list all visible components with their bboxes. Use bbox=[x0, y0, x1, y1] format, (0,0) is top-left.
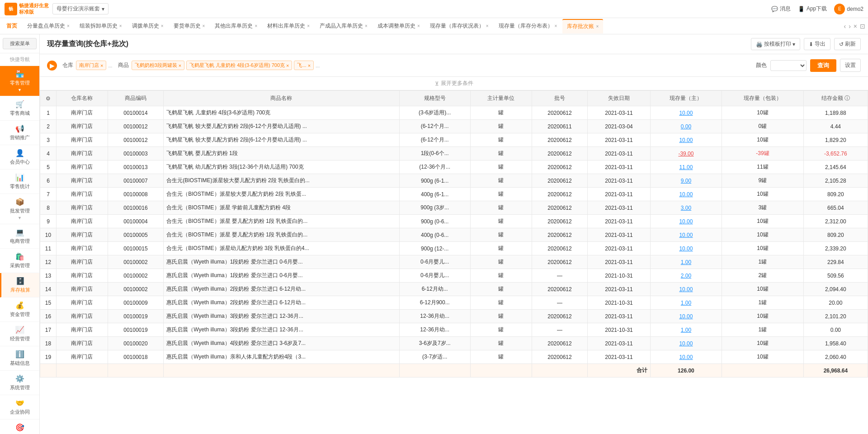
goods-more[interactable]: ... bbox=[316, 63, 320, 68]
tab-zuzhangchaijian[interactable]: 组装拆卸单历史 × bbox=[75, 19, 127, 33]
filter-toggle-button[interactable]: ▶ bbox=[47, 61, 57, 71]
warehouse-tag-close-icon[interactable]: × bbox=[100, 63, 103, 68]
sidebar-item-base-info[interactable]: ℹ️ 基础信息 bbox=[0, 346, 39, 371]
avatar: E bbox=[834, 4, 845, 14]
sidebar-item-enterprise-collab[interactable]: 🤝 企业协同 bbox=[0, 395, 39, 420]
template-print-button[interactable]: 🖨️ 按模板打印 ▾ bbox=[751, 38, 800, 50]
cell-code: 00100009 bbox=[108, 296, 164, 310]
cell-qty-main[interactable]: 1.00 bbox=[650, 323, 722, 337]
tab-prev-icon[interactable]: ‹ bbox=[843, 22, 847, 31]
export-button[interactable]: ⬇ 导出 bbox=[804, 38, 830, 50]
sidebar-item-wholesale[interactable]: 📦 批发管理 ▼ bbox=[0, 194, 39, 224]
cell-qty-main[interactable]: 10.00 bbox=[650, 215, 722, 228]
search-menu-button[interactable]: 搜索菜单 bbox=[3, 38, 37, 49]
tab-chanchengru[interactable]: 产成品入库单历史 × bbox=[315, 19, 372, 33]
cell-amount: 20.00 bbox=[803, 296, 868, 310]
settings-gear-icon[interactable]: ⚙ bbox=[46, 95, 51, 102]
dropdown-arrow-icon: ▾ bbox=[793, 41, 795, 47]
cell-qty-main[interactable]: 10.00 bbox=[650, 310, 722, 323]
tab-close-icon[interactable]: × bbox=[417, 24, 420, 28]
sidebar-item-member-center[interactable]: 👤 会员中心 bbox=[0, 145, 39, 170]
tab-close-icon[interactable]: × bbox=[119, 24, 122, 28]
tab-close-icon[interactable]: × bbox=[596, 24, 599, 29]
dropdown-arrow-icon: ▾ bbox=[102, 6, 104, 12]
tab-close-icon[interactable]: × bbox=[255, 24, 257, 28]
goods-tag-close-icon[interactable]: × bbox=[286, 63, 289, 68]
sidebar-item-operation[interactable]: 📈 经营管理 bbox=[0, 322, 39, 346]
sidebar-item-system[interactable]: ⚙️ 系统管理 bbox=[0, 371, 39, 395]
tab-diaobodan[interactable]: 调拨单历史 × bbox=[127, 19, 168, 33]
sidebar-item-marketing[interactable]: 📢 营销推广 bbox=[0, 121, 39, 145]
cell-qty-main[interactable]: 10.00 bbox=[650, 350, 722, 364]
expand-conditions-bar[interactable]: ⊻ 展开更多条件 bbox=[40, 77, 868, 90]
cell-qty-main[interactable]: 10.00 bbox=[650, 228, 722, 242]
tab-close-icon[interactable]: × bbox=[307, 24, 310, 28]
tab-yaohuodan[interactable]: 要货单历史 × bbox=[169, 19, 210, 33]
sidebar-item-purchase[interactable]: 🛍️ 采购管理 bbox=[0, 249, 39, 273]
sidebar-item-ecommerce[interactable]: 💻 电商管理 bbox=[0, 224, 39, 249]
goods-tag-2: 飞鹤星飞帆 儿童奶粉 4段(3-6岁适用) 700克 × bbox=[186, 61, 292, 70]
tab-home[interactable]: 首页 bbox=[2, 19, 22, 33]
cell-qty-main[interactable]: 10.00 bbox=[650, 337, 722, 350]
goods-tag-close-icon[interactable]: × bbox=[308, 63, 311, 68]
tab-kucunpicizh[interactable]: 库存批次账 × bbox=[562, 19, 603, 33]
sidebar-item-inventory[interactable]: 🗄️ 库存核算 bbox=[0, 273, 39, 297]
tab-close-icon[interactable]: × bbox=[486, 24, 489, 28]
sidebar-item-finance[interactable]: 💰 资金管理 bbox=[0, 297, 39, 322]
top-bar-left: 畅 畅捷通好生意 标准版 母婴行业演示账套 ▾ bbox=[5, 3, 108, 15]
user-action[interactable]: E demo2 bbox=[834, 4, 863, 14]
sidebar-item-guide[interactable]: 🎯 新手引导 bbox=[0, 420, 39, 434]
cell-qty-main[interactable]: 9.00 bbox=[650, 174, 722, 188]
th-settings[interactable]: ⚙ bbox=[40, 91, 57, 106]
cell-amount: 2,060.40 bbox=[803, 350, 868, 364]
tab-next-icon[interactable]: › bbox=[848, 22, 852, 31]
tab-close-icon[interactable]: × bbox=[203, 24, 205, 28]
cell-expire: 2021-03-11 bbox=[588, 215, 651, 228]
cell-qty-main[interactable]: 1.00 bbox=[650, 255, 722, 269]
tab-xiancunliang-fenbiao[interactable]: 现存量（库存分布表） × bbox=[494, 19, 562, 33]
warehouse-more[interactable]: ... bbox=[108, 63, 112, 68]
tab-chenbendiaozheng[interactable]: 成本调整单历史 × bbox=[373, 19, 425, 33]
cell-qty-main[interactable]: 2.00 bbox=[650, 269, 722, 283]
sidebar-item-retail-stats[interactable]: 📊 零售统计 bbox=[0, 170, 39, 194]
cell-qty-main[interactable]: 10.00 bbox=[650, 133, 722, 147]
tab-qitachuku[interactable]: 其他出库单历史 × bbox=[210, 19, 262, 33]
cell-code: 00100004 bbox=[108, 215, 164, 228]
account-dropdown[interactable]: 母婴行业演示账套 ▾ bbox=[52, 3, 108, 14]
color-select[interactable] bbox=[770, 60, 807, 71]
query-button[interactable]: 查询 bbox=[810, 59, 836, 72]
cell-qty-main[interactable]: 10.00 bbox=[650, 283, 722, 296]
cell-qty-main[interactable]: 3.00 bbox=[650, 201, 722, 215]
tab-fenliangpandian[interactable]: 分量盘点单历史 × bbox=[23, 19, 74, 33]
table-row: 18 南岸门店 00100020 惠氏启晨（Wyeth illuma）4段奶粉 … bbox=[40, 337, 868, 350]
tab-liaiaochuku[interactable]: 材料出库单历史 × bbox=[263, 19, 314, 33]
cell-batch: 20200612 bbox=[532, 201, 588, 215]
tab-close-icon[interactable]: × bbox=[161, 24, 164, 28]
cell-qty-main[interactable]: 10.00 bbox=[650, 242, 722, 255]
cell-qty-main[interactable]: 10.00 bbox=[650, 106, 722, 120]
message-action[interactable]: 💬 消息 bbox=[771, 5, 791, 13]
cell-name: 惠氏启晨（Wyeth illuma）2段奶粉 爱尔兰进口 6-12月幼... bbox=[164, 296, 399, 310]
cell-qty-main[interactable]: -39.00 bbox=[650, 147, 722, 160]
message-icon: 💬 bbox=[771, 6, 778, 12]
cell-qty-main[interactable]: 0.00 bbox=[650, 120, 722, 133]
cell-qty-main[interactable]: 10.00 bbox=[650, 188, 722, 201]
cell-qty-main[interactable]: 1.00 bbox=[650, 296, 722, 310]
sidebar-item-retail-management[interactable]: 🏪 零售管理 ▼ bbox=[0, 66, 39, 96]
export-icon: ⬇ bbox=[809, 41, 813, 47]
cell-unit: 罐 bbox=[470, 350, 532, 364]
settings-button[interactable]: 设置 bbox=[840, 59, 861, 72]
tab-xiancunliang-zhuangkuang[interactable]: 现存量（库存状况表） × bbox=[425, 19, 493, 33]
app-download-action[interactable]: 📱 App下载 bbox=[798, 5, 827, 13]
cell-qty-pkg: 10罐 bbox=[722, 283, 804, 296]
tab-close-icon[interactable]: × bbox=[67, 24, 70, 28]
cell-expire: 2021-03-11 bbox=[588, 106, 651, 120]
tab-close-icon[interactable]: × bbox=[365, 24, 368, 28]
refresh-button[interactable]: ↺ 刷新 bbox=[834, 38, 861, 50]
goods-tag-close-icon[interactable]: × bbox=[179, 63, 181, 68]
tab-close-icon[interactable]: × bbox=[555, 24, 557, 28]
cell-qty-main[interactable]: 11.00 bbox=[650, 160, 722, 174]
sidebar-item-retail-mall[interactable]: 🛒 零售商城 bbox=[0, 96, 39, 121]
tab-close-all-icon[interactable]: × bbox=[853, 22, 858, 31]
tab-expand-icon[interactable]: ⊡ bbox=[859, 22, 866, 31]
